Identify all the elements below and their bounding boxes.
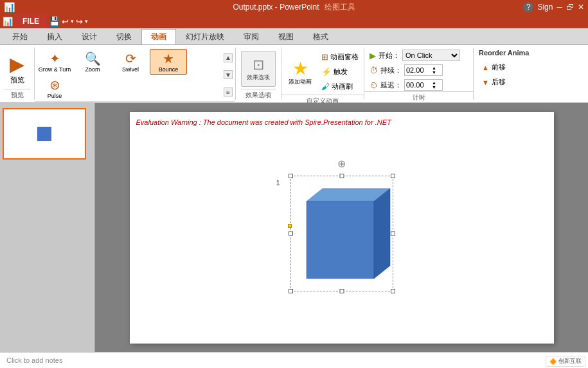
slide-thumbnail[interactable]: 1 ★ bbox=[3, 108, 86, 160]
sign-label[interactable]: Sign bbox=[537, 3, 553, 12]
notes-placeholder: Click to add notes bbox=[6, 356, 62, 364]
swivel-icon: ⟳ bbox=[125, 51, 136, 66]
save-button[interactable]: 💾 bbox=[49, 16, 60, 26]
eval-warning: Evaluation Warning : The document was cr… bbox=[136, 118, 391, 126]
duration-up[interactable]: ▲ bbox=[432, 66, 436, 70]
duration-label: 持续： bbox=[380, 66, 402, 75]
duration-down[interactable]: ▼ bbox=[432, 70, 436, 75]
ribbon-tabs: 开始 插入 设计 切换 动画 幻灯片放映 审阅 视图 格式 bbox=[0, 28, 588, 45]
mini-cube bbox=[37, 127, 51, 141]
effect-options-label: 效果选项 bbox=[247, 73, 270, 82]
pulse-icon: ⊛ bbox=[49, 77, 60, 93]
animation-brush-button[interactable]: 🖌 动画刷 bbox=[319, 80, 361, 93]
tab-animations[interactable]: 动画 bbox=[141, 29, 176, 44]
start-icon: ▶ bbox=[370, 51, 376, 60]
move-earlier-label: 前移 bbox=[492, 62, 506, 72]
watermark-icon: 🔶 bbox=[549, 358, 557, 365]
tools-label: 绘图工具 bbox=[325, 2, 355, 13]
tab-home[interactable]: 开始 bbox=[3, 29, 37, 44]
pane-label: 动画窗格 bbox=[330, 52, 359, 62]
pulse-label: Pulse bbox=[48, 93, 62, 99]
move-later-icon: ▼ bbox=[482, 78, 489, 86]
scroll-down-button[interactable]: ▼ bbox=[224, 70, 233, 79]
move-later-button[interactable]: ▼ 后移 bbox=[479, 75, 583, 89]
tab-format[interactable]: 格式 bbox=[303, 29, 338, 44]
title-bar: 📊 Output.pptx - PowerPoint 绘图工具 ? Sign ─… bbox=[0, 0, 588, 14]
preview-label: 预览 bbox=[10, 75, 24, 85]
add-animation-icon: ★ bbox=[292, 58, 308, 79]
move-earlier-icon: ▲ bbox=[482, 64, 489, 71]
anim-item-zoom[interactable]: 🔍 Zoom bbox=[74, 49, 111, 75]
start-label: 开始： bbox=[379, 51, 400, 60]
delay-input[interactable] bbox=[405, 80, 432, 89]
svg-marker-1 bbox=[307, 201, 374, 279]
brush-label: 动画刷 bbox=[332, 82, 353, 91]
tab-slideshow[interactable]: 幻灯片放映 bbox=[176, 29, 234, 44]
anim-item-pulse[interactable]: ⊛ Pulse bbox=[36, 75, 73, 101]
svg-marker-2 bbox=[374, 189, 390, 279]
start-select[interactable]: On Click bbox=[402, 50, 460, 61]
slide-canvas[interactable]: Evaluation Warning : The document was cr… bbox=[130, 112, 554, 344]
file-title: Output.pptx - PowerPoint bbox=[233, 3, 319, 12]
close-button[interactable]: ✕ bbox=[578, 3, 584, 12]
timing-group-label: 计时 bbox=[364, 91, 473, 102]
undo-dropdown[interactable]: ▾ bbox=[71, 18, 74, 24]
handle-tr[interactable] bbox=[391, 174, 395, 178]
bounce-label: Bounce bbox=[159, 66, 179, 73]
brush-icon: 🖌 bbox=[321, 82, 330, 91]
add-animation-button[interactable]: ★ 添加动画 bbox=[287, 56, 314, 87]
delay-up[interactable]: ▲ bbox=[432, 80, 436, 85]
cube-wrapper[interactable]: ⊕ 1 bbox=[290, 176, 393, 291]
tab-view[interactable]: 视图 bbox=[269, 29, 303, 44]
main-area: 1 ★ Evaluation Warning : The document wa… bbox=[0, 103, 588, 352]
delay-label: 延迟： bbox=[380, 80, 402, 90]
delay-icon: ⏲ bbox=[370, 80, 378, 90]
tab-transitions[interactable]: 切换 bbox=[107, 29, 141, 44]
reorder-title: Reorder Anima bbox=[479, 49, 583, 57]
pane-icon: ⊞ bbox=[321, 52, 328, 62]
undo-button[interactable]: ↩ bbox=[62, 17, 69, 26]
animation-pane-button[interactable]: ⊞ 动画窗格 bbox=[319, 50, 361, 64]
canvas-area: Evaluation Warning : The document was cr… bbox=[95, 103, 588, 352]
anim-item-grow-turn[interactable]: ✦ Grow & Turn bbox=[36, 49, 73, 75]
quick-access-toolbar: 📊 FILE 💾 ↩ ▾ ↪ ▾ bbox=[0, 14, 588, 28]
handle-tl[interactable] bbox=[289, 174, 293, 178]
preview-icon: ▶ bbox=[10, 53, 24, 75]
effect-options-icon: ⊡ bbox=[253, 57, 264, 73]
app-icon: 📊 bbox=[4, 2, 15, 12]
handle-tm[interactable] bbox=[339, 174, 344, 178]
tab-review[interactable]: 审阅 bbox=[234, 29, 269, 44]
preview-group-label: 预览 bbox=[4, 89, 30, 100]
rotate-handle[interactable]: ⊕ bbox=[337, 158, 346, 170]
add-animation-label: 添加动画 bbox=[289, 79, 312, 86]
trigger-button[interactable]: ⚡ 触发 bbox=[319, 65, 361, 78]
anim-item-bounce[interactable]: ★ Bounce bbox=[150, 49, 187, 75]
move-earlier-button[interactable]: ▲ 前移 bbox=[479, 60, 583, 74]
more-animations-button[interactable]: ≡ bbox=[224, 87, 233, 97]
minimize-button[interactable]: ─ bbox=[557, 3, 562, 12]
tab-design[interactable]: 设计 bbox=[72, 29, 107, 44]
trigger-label: 触发 bbox=[334, 67, 348, 77]
file-tab[interactable]: FILE bbox=[15, 14, 47, 28]
bounce-icon: ★ bbox=[163, 51, 174, 66]
preview-button[interactable]: ▶ 预览 bbox=[4, 50, 30, 88]
move-later-label: 后移 bbox=[492, 77, 506, 87]
restore-button[interactable]: 🗗 bbox=[566, 3, 574, 12]
effect-options-button[interactable]: ⊡ 效果选项 bbox=[241, 51, 276, 87]
delay-down[interactable]: ▼ bbox=[432, 85, 436, 89]
grow-turn-label: Grow & Turn bbox=[39, 66, 71, 73]
scroll-up-button[interactable]: ▲ bbox=[224, 53, 233, 62]
zoom-icon: 🔍 bbox=[85, 51, 101, 66]
effect-group-label: 效果选项 bbox=[241, 89, 276, 100]
tab-insert[interactable]: 插入 bbox=[37, 29, 72, 44]
customize-qat[interactable]: ▾ bbox=[85, 18, 88, 24]
redo-button[interactable]: ↪ bbox=[76, 17, 83, 26]
swivel-label: Swivel bbox=[122, 66, 139, 73]
duration-icon: ⏱ bbox=[370, 66, 378, 75]
grow-turn-icon: ✦ bbox=[49, 51, 60, 66]
cube-svg bbox=[290, 179, 393, 291]
help-button[interactable]: ? bbox=[523, 2, 533, 12]
duration-input[interactable] bbox=[405, 66, 432, 75]
anim-item-swivel[interactable]: ⟳ Swivel bbox=[112, 49, 149, 75]
notes-area[interactable]: Click to add notes 🔶 创新互联 bbox=[0, 352, 588, 368]
